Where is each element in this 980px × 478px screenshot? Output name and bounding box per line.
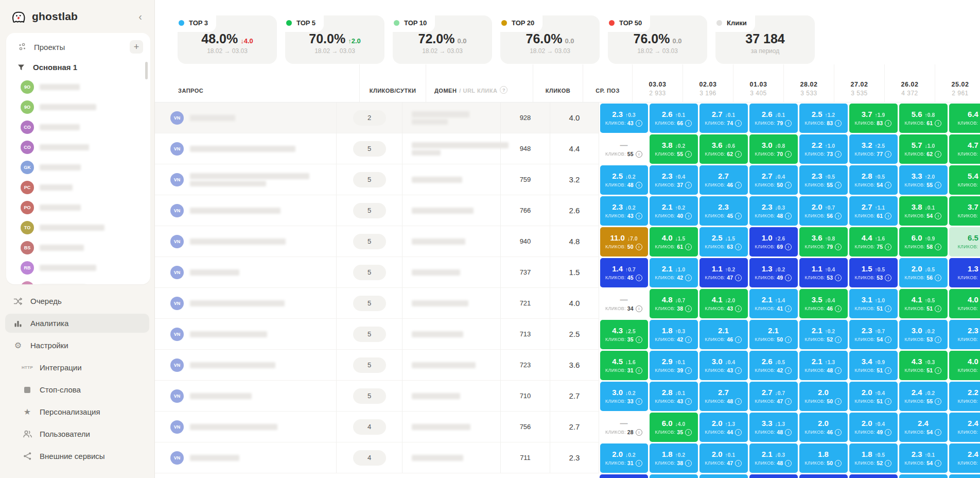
position-cell[interactable]: 3.7↑1.9КЛИКОВ:83i: [849, 104, 898, 133]
info-icon[interactable]: i: [835, 305, 842, 312]
domain-cell[interactable]: [402, 226, 500, 257]
info-icon[interactable]: i: [835, 120, 842, 127]
clicks-per-day-badge[interactable]: 5: [353, 203, 386, 218]
position-cell[interactable]: 2.0↓0.2КЛИКОВ:31i: [600, 443, 648, 473]
position-cell[interactable]: 2.3КЛИКОВ:i: [949, 320, 980, 349]
position-cell[interactable]: 5.7↓1.0КЛИКОВ:62i: [899, 134, 948, 164]
info-icon[interactable]: i: [685, 398, 692, 405]
info-icon[interactable]: i: [735, 213, 742, 219]
sidebar-item-star[interactable]: ★Персонализация: [5, 402, 149, 421]
info-icon[interactable]: i: [935, 367, 941, 374]
position-cell[interactable]: 4.0КЛИКОВ:i: [949, 351, 980, 380]
info-icon[interactable]: i: [885, 244, 891, 250]
query-cell[interactable]: VN: [155, 164, 336, 195]
position-cell[interactable]: 2.5↓0.2КЛИКОВ:48i: [600, 165, 648, 195]
position-cell[interactable]: 2.1↓0.3КЛИКОВ:48i: [749, 443, 798, 473]
sidebar-item-share[interactable]: Внешние сервисы: [5, 447, 149, 466]
info-icon[interactable]: i: [835, 398, 842, 405]
position-cell[interactable]: 2.4↓0.2КЛИКОВ:55i: [899, 382, 948, 411]
info-icon[interactable]: i: [636, 244, 642, 250]
project-list-item[interactable]: BS: [6, 237, 150, 258]
position-cell[interactable]: 4.7КЛИКОВ:i: [949, 134, 980, 164]
info-icon[interactable]: i: [685, 151, 692, 158]
info-icon[interactable]: i: [636, 460, 642, 467]
info-icon[interactable]: i: [835, 213, 842, 219]
date-column-header[interactable]: 27.023 535: [834, 64, 884, 102]
position-cell[interactable]: 4.1↓2.0КЛИКОВ:43i: [699, 289, 748, 318]
project-list-item[interactable]: CO: [6, 137, 150, 157]
info-icon[interactable]: i: [935, 244, 941, 250]
position-cell[interactable]: 2.1КЛИКОВ:46i: [699, 320, 748, 349]
position-cell[interactable]: —КЛИКОВ:28i: [600, 413, 648, 442]
info-icon[interactable]: i: [735, 460, 742, 467]
query-cell[interactable]: VN: [155, 103, 336, 133]
info-icon[interactable]: i: [935, 120, 941, 127]
header-clicks[interactable]: КЛИКОВ: [533, 64, 583, 102]
info-icon[interactable]: i: [685, 244, 692, 250]
position-cell[interactable]: 3.6↑0.8КЛИКОВ:79i: [799, 227, 848, 257]
info-icon[interactable]: i: [636, 213, 642, 219]
info-icon[interactable]: i: [935, 151, 941, 158]
info-icon[interactable]: i: [636, 367, 642, 374]
add-project-button[interactable]: +: [130, 40, 143, 54]
position-cell[interactable]: 5.6↑0.8КЛИКОВ:61i: [899, 104, 948, 133]
project-list-item[interactable]: TO: [6, 217, 150, 237]
info-icon[interactable]: i: [885, 213, 891, 219]
header-domain[interactable]: ДОМЕН / URL КЛИКА ?: [426, 64, 533, 102]
query-cell[interactable]: VN: [155, 319, 336, 350]
clicks-per-day-badge[interactable]: 5: [353, 265, 386, 280]
position-cell[interactable]: 2.3КЛИКОВ:45i: [699, 196, 748, 226]
position-cell[interactable]: 3.1↑1.0КЛИКОВ:51i: [849, 289, 898, 318]
info-icon[interactable]: i: [935, 275, 941, 281]
position-cell[interactable]: 1.1↑0.2КЛИКОВ:47i: [699, 258, 748, 287]
position-cell[interactable]: 2.7↓0.1КЛИКОВ:74i: [699, 104, 748, 133]
query-cell[interactable]: VN: [155, 195, 336, 226]
info-icon[interactable]: i: [735, 429, 742, 436]
position-cell[interactable]: 2.0↑0.4КЛИКОВ:51i: [849, 382, 898, 411]
position-cell[interactable]: 2.1↓1.0КЛИКОВ:42i: [650, 258, 698, 287]
position-cell[interactable]: 3.8↓0.1КЛИКОВ:54i: [899, 196, 948, 226]
position-cell[interactable]: 2.1КЛИКОВ:50i: [749, 320, 798, 349]
position-cell[interactable]: 4.4↑1.6КЛИКОВ:75i: [849, 227, 898, 257]
query-cell[interactable]: VN: [155, 442, 336, 473]
position-cell[interactable]: 1.3КЛИКОВ:i: [949, 258, 980, 287]
query-cell[interactable]: VN: [155, 133, 336, 164]
info-icon[interactable]: i: [885, 367, 891, 374]
info-icon[interactable]: i: [935, 336, 941, 343]
info-icon[interactable]: i: [885, 429, 891, 436]
project-group-filter[interactable]: Основная 1: [6, 59, 150, 77]
position-cell[interactable]: 2.5↓1.5КЛИКОВ:63i: [699, 227, 748, 257]
query-cell[interactable]: VN: [155, 381, 336, 412]
info-icon[interactable]: i: [785, 367, 792, 374]
position-cell[interactable]: 1.0↑2.6КЛИКОВ:69i: [749, 227, 798, 257]
position-cell[interactable]: 4.1↑0.5КЛИКОВ:51i: [899, 289, 948, 318]
project-list-item[interactable]: CO: [6, 117, 150, 137]
info-icon[interactable]: i: [835, 275, 842, 281]
domain-cell[interactable]: [402, 442, 500, 473]
position-cell[interactable]: 4.3↑0.3КЛИКОВ:51i: [899, 351, 948, 380]
position-cell[interactable]: 3.0↓0.4КЛИКОВ:43i: [699, 351, 748, 380]
domain-cell[interactable]: [402, 164, 500, 195]
position-cell[interactable]: 3.0↓0.2КЛИКОВ:53i: [899, 320, 948, 349]
info-icon[interactable]: i: [685, 336, 692, 343]
info-icon[interactable]: i: [685, 275, 692, 281]
info-icon[interactable]: i: [785, 460, 792, 467]
info-icon[interactable]: i: [835, 244, 842, 250]
info-icon[interactable]: i: [636, 336, 642, 343]
position-cell[interactable]: —КЛИКОВ:55i: [600, 134, 648, 164]
position-cell[interactable]: 11.0↓7.0КЛИКОВ:50i: [600, 227, 648, 257]
info-icon[interactable]: i: [685, 213, 692, 219]
position-cell[interactable]: 2.3↑0.7КЛИКОВ:54i: [849, 320, 898, 349]
stat-card[interactable]: TOP 348.0%↓4.018.02 → 03.03: [178, 15, 277, 64]
clicks-per-day-badge[interactable]: 5: [353, 357, 386, 373]
info-icon[interactable]: i: [785, 429, 792, 436]
help-icon[interactable]: ?: [500, 86, 507, 94]
info-icon[interactable]: i: [885, 336, 891, 343]
date-column-header[interactable]: 26.024 372: [884, 64, 935, 102]
date-column-header[interactable]: 28.023 533: [783, 64, 834, 102]
clicks-per-day-badge[interactable]: 4: [353, 419, 386, 435]
domain-cell[interactable]: [402, 381, 500, 412]
clicks-per-day-badge[interactable]: 5: [353, 296, 386, 311]
info-icon[interactable]: i: [735, 305, 742, 312]
info-icon[interactable]: i: [735, 367, 742, 374]
